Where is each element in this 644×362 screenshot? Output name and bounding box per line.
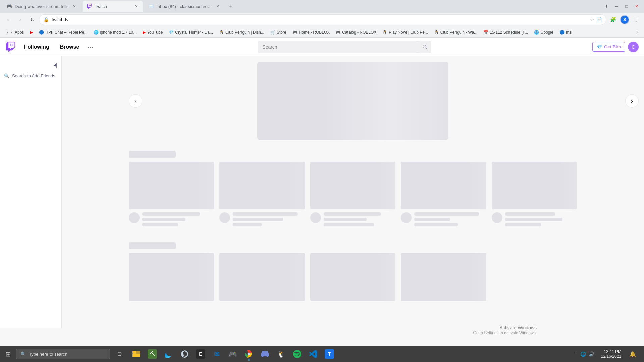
stream-thumbnail-6[interactable] — [129, 253, 214, 301]
stream-thumbnail-9[interactable] — [401, 253, 486, 301]
taskbar-search-icon: 🔍 — [20, 351, 26, 357]
taskbar-chrome[interactable] — [241, 347, 256, 361]
bookmark-store[interactable]: 🛒 Store — [268, 28, 289, 36]
cp-play-favicon: 🐧 — [382, 30, 387, 35]
bookmark-apps-label: Apps — [15, 30, 24, 35]
sidebar-search-friends[interactable]: 🔍 Search to Add Friends — [0, 71, 61, 81]
stream-card-9 — [401, 253, 486, 301]
stream-thumbnail-2[interactable] — [219, 162, 305, 209]
back-button[interactable]: ‹ — [3, 14, 13, 25]
bookmark-cp-play-label: Play Now! | Club Pe... — [389, 30, 428, 35]
tab-2[interactable]: Twitch ✕ — [83, 1, 143, 12]
stream-thumbnail-1[interactable] — [129, 162, 214, 209]
stream-thumbnail-7[interactable] — [219, 253, 305, 301]
explorer-icon — [131, 349, 141, 359]
restore-tab-button[interactable]: ⬇ — [602, 2, 611, 11]
new-tab-button[interactable]: + — [226, 2, 235, 11]
stream-avatar-2 — [219, 212, 230, 223]
taskbar-unknown[interactable]: T — [322, 347, 337, 361]
bookmark-cp-disney[interactable]: 🐧 Club Penguin | Disn... — [216, 28, 267, 36]
start-button[interactable]: ⊞ — [0, 346, 16, 362]
taskbar-vscode[interactable] — [306, 347, 321, 361]
search-friends-icon: 🔍 — [4, 73, 9, 78]
close-window-button[interactable]: ✕ — [632, 2, 641, 11]
content-section-2 — [62, 237, 644, 306]
bookmark-roblox-catalog[interactable]: 🎮 Catalog - ROBLOX — [333, 28, 379, 36]
taskbar-minecraft[interactable]: ⛏ — [145, 347, 160, 361]
tab-1[interactable]: 🎮 Doing whatever stream tells ✕ — [3, 1, 81, 12]
volume-icon: 🔊 — [589, 351, 594, 357]
bookmark-google[interactable]: 🌐 Google — [531, 28, 556, 36]
user-avatar[interactable]: C — [628, 42, 639, 52]
nav-following[interactable]: Following — [19, 41, 55, 53]
tab-2-close[interactable]: ✕ — [133, 3, 139, 9]
carousel-next-button[interactable]: › — [625, 94, 639, 108]
tab-2-favicon — [87, 4, 92, 9]
carousel-prev-button[interactable]: ‹ — [129, 94, 142, 108]
taskbar-discord[interactable] — [258, 347, 272, 361]
bookmark-cp-wa[interactable]: 🐧 Club Penguin - Wa... — [431, 28, 480, 36]
stream-thumbnail-8[interactable] — [310, 253, 395, 301]
bookmark-crystal[interactable]: 💎 Crystal Hunter - Da... — [166, 28, 216, 36]
minimize-button[interactable]: ─ — [612, 2, 621, 11]
bookmark-msl-label: msl — [566, 30, 572, 35]
address-bar[interactable]: 🔒 twitch.tv ☆ 📄 — [39, 14, 606, 25]
maximize-button[interactable]: □ — [622, 2, 631, 11]
tab-1-close[interactable]: ✕ — [71, 3, 77, 9]
sidebar-collapse-button[interactable]: ◂| — [0, 59, 61, 71]
bookmark-rpf[interactable]: 🔵 RPF Chat – Rebel Pe... — [36, 28, 90, 36]
nav-right-icons: 🧩 S ⋮ — [608, 14, 641, 25]
search-button[interactable] — [419, 41, 431, 53]
taskbar-clock[interactable]: 12:41 PM 12/16/2021 — [598, 349, 624, 359]
taskbar-cp[interactable]: 🐧 — [274, 347, 288, 361]
bookmark-cp-play[interactable]: 🐧 Play Now! | Club Pe... — [380, 28, 431, 36]
tab-3[interactable]: ✉️ Inbox (84) - classicmushroombu... ✕ — [144, 1, 225, 12]
twitch-main: ‹ › — [62, 56, 644, 328]
nav-more-button[interactable]: ⋯ — [85, 41, 97, 53]
extensions-button[interactable]: 🧩 — [608, 14, 619, 25]
bookmark-cp-disney-label: Club Penguin | Disn... — [225, 30, 264, 35]
bookmark-youtube[interactable]: ▶ YouTube — [140, 28, 165, 36]
taskbar-xbox[interactable]: 🎮 — [225, 347, 240, 361]
twitch-right-actions: 💎 Get Bits C — [592, 42, 639, 52]
taskbar-explorer[interactable] — [129, 347, 144, 361]
taskbar-edge[interactable] — [161, 347, 176, 361]
search-bar[interactable] — [258, 41, 419, 53]
svg-rect-0 — [132, 351, 136, 354]
reload-button[interactable]: ↻ — [27, 14, 38, 25]
reader-mode-icon[interactable]: 📄 — [596, 17, 602, 22]
search-input[interactable] — [262, 44, 415, 50]
bookmark-apps[interactable]: ⋮⋮ Apps — [3, 28, 26, 36]
bookmark-star-icon[interactable]: ☆ — [590, 17, 594, 22]
get-bits-button[interactable]: 💎 Get Bits — [592, 42, 625, 52]
taskbar-spotify[interactable] — [290, 347, 305, 361]
bookmark-roblox-home[interactable]: 🎮 Home - ROBLOX — [290, 28, 333, 36]
skeleton-line — [233, 223, 262, 226]
taskbar-search[interactable]: 🔍 Type here to search — [16, 349, 110, 359]
system-tray[interactable]: ⌃ 🌐 🔊 — [572, 351, 597, 357]
taskbar-mail[interactable]: ✉ — [209, 347, 224, 361]
bookmark-schedule[interactable]: 📅 15-112 Schedule (F... — [481, 28, 531, 36]
bookmarks-overflow-button[interactable]: » — [633, 28, 641, 36]
skeleton-line — [505, 212, 555, 216]
taskbar-steam[interactable] — [177, 347, 192, 361]
taskbar-task-view[interactable]: ⧉ — [113, 347, 127, 361]
notification-button[interactable]: 🔔 — [625, 347, 640, 361]
twitch-logo[interactable] — [5, 42, 16, 52]
bookmark-iphone[interactable]: 🌐 iphone mod 1.7.10... — [91, 28, 139, 36]
taskbar-epic[interactable]: E — [193, 347, 208, 361]
stream-card-8 — [310, 253, 395, 301]
stream-thumbnail-4[interactable] — [401, 162, 486, 209]
stream-thumbnail-5[interactable] — [492, 162, 577, 209]
nav-browse[interactable]: Browse — [55, 41, 85, 53]
profile-avatar[interactable]: S — [620, 15, 629, 24]
bookmark-youtube-icon[interactable]: ▶ — [27, 28, 36, 36]
activate-windows-watermark: Activate Windows Go to Settings to activ… — [473, 325, 537, 335]
bookmark-msl[interactable]: 🔵 msl — [557, 28, 575, 36]
stream-thumbnail-3[interactable] — [310, 162, 395, 209]
chrome-menu-button[interactable]: ⋮ — [631, 14, 641, 25]
profile-button[interactable]: S — [619, 14, 630, 25]
tab-3-close[interactable]: ✕ — [215, 3, 221, 9]
forward-button[interactable]: › — [15, 14, 25, 25]
bookmarks-bar: ⋮⋮ Apps ▶ 🔵 RPF Chat – Rebel Pe... 🌐 iph… — [0, 27, 644, 38]
